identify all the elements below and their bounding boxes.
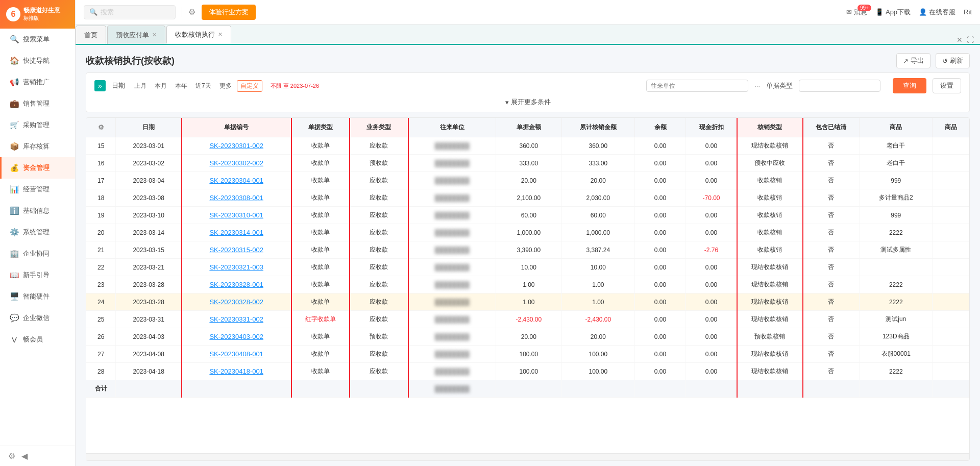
query-button[interactable]: 查询: [893, 78, 926, 93]
tab-writeoff-close[interactable]: ✕: [218, 31, 223, 38]
industry-solution-button[interactable]: 体验行业方案: [202, 5, 256, 20]
table-cell: 123D商品: [860, 328, 933, 346]
sidebar-item-enterprise[interactable]: 🏢 企业协同: [0, 243, 75, 264]
table-cell: 否: [803, 311, 860, 328]
table-cell: 收款核销: [737, 189, 803, 207]
export-button[interactable]: ↗ 导出: [896, 53, 930, 68]
sidebar-item-wechat[interactable]: 💬 企业微信: [0, 307, 75, 329]
topbar-gear-icon[interactable]: ⚙: [188, 7, 195, 17]
table-cell: 0.00: [634, 259, 685, 276]
sidebar-item-member[interactable]: V 畅会员: [0, 329, 75, 350]
bill-link[interactable]: SK-20230403-002: [209, 333, 263, 340]
table-cell[interactable]: SK-20230408-001: [182, 346, 291, 363]
filter-expand-button[interactable]: »: [94, 80, 106, 91]
partner-input[interactable]: [646, 80, 748, 92]
th-cxtype[interactable]: 核销类型: [737, 118, 803, 137]
settings-button[interactable]: 设置: [933, 78, 961, 93]
refresh-button[interactable]: ↺ 刷新: [936, 53, 970, 68]
topbar-message-button[interactable]: ✉ 消息 99+: [846, 8, 867, 17]
table-cell[interactable]: SK-20230403-002: [182, 328, 291, 346]
bill-link[interactable]: SK-20230321-003: [209, 263, 263, 271]
tab-prepay[interactable]: 预收应付单 ✕: [107, 26, 165, 44]
sidebar-item-operation[interactable]: 📊 经营管理: [0, 179, 75, 200]
bill-link[interactable]: SK-20230418-001: [209, 367, 263, 375]
date-custom-button[interactable]: 自定义: [237, 80, 262, 92]
table-cell: 收款核销: [737, 224, 803, 241]
table-cell[interactable]: SK-20230314-001: [182, 224, 291, 241]
table-cell[interactable]: SK-20230321-003: [182, 259, 291, 276]
sidebar-item-finance[interactable]: 💰 资金管理: [0, 157, 75, 179]
date-last-month[interactable]: 上月: [131, 80, 150, 92]
th-goods[interactable]: 商品: [860, 118, 933, 137]
message-icon: ✉: [846, 8, 852, 16]
table-cell[interactable]: SK-20230302-002: [182, 155, 291, 172]
sidebar-settings-button[interactable]: ⚙: [8, 451, 15, 461]
bill-link[interactable]: SK-20230328-002: [209, 298, 263, 306]
bill-link[interactable]: SK-20230310-001: [209, 211, 263, 219]
bill-link[interactable]: SK-20230314-001: [209, 229, 263, 236]
bill-link[interactable]: SK-20230328-001: [209, 281, 263, 288]
table-gear-icon[interactable]: ⚙: [98, 124, 104, 131]
th-partner[interactable]: 往来单位: [408, 118, 496, 137]
sidebar-collapse-button[interactable]: ◀: [21, 451, 28, 461]
date-this-month[interactable]: 本月: [152, 80, 170, 92]
sidebar-item-search[interactable]: 🔍 搜索菜单: [0, 29, 75, 50]
th-incl[interactable]: 包含已结清: [803, 118, 860, 137]
date-7days[interactable]: 近7天: [192, 80, 214, 92]
table-cell: 0.00: [686, 328, 737, 346]
expand-more-button[interactable]: ▾ 展开更多条件: [505, 97, 551, 107]
bill-link[interactable]: SK-20230302-002: [209, 159, 263, 167]
table-cell[interactable]: SK-20230304-001: [182, 172, 291, 189]
sidebar-item-marketing[interactable]: 📢 营销推广: [0, 71, 75, 93]
table-cell[interactable]: SK-20230315-002: [182, 241, 291, 259]
bill-link[interactable]: SK-20230308-001: [209, 194, 263, 202]
sidebar-item-guide[interactable]: 📖 新手引导: [0, 264, 75, 286]
table-scroll-area[interactable]: ⚙ 日期 单据编号 单据类型 业务类型 往来单位 单据金额 累计核销金额 余额 …: [86, 118, 969, 453]
bill-link[interactable]: SK-20230408-001: [209, 350, 263, 358]
topbar-app-button[interactable]: 📱 App下载: [875, 8, 911, 17]
topbar-service-button[interactable]: 👤 在线客服: [919, 8, 955, 17]
table-row: 262023-04-03SK-20230403-002收款单预收款███████…: [86, 328, 969, 346]
table-cell[interactable]: SK-20230328-002: [182, 293, 291, 311]
date-this-year[interactable]: 本年: [172, 80, 190, 92]
table-cell: [933, 311, 969, 328]
tab-writeoff[interactable]: 收款核销执行 ✕: [166, 26, 231, 44]
th-date[interactable]: 日期: [116, 118, 182, 137]
th-biztype[interactable]: 业务类型: [350, 118, 408, 137]
sidebar-item-inventory[interactable]: 📦 库存核算: [0, 136, 75, 157]
logo-text-group: 畅康道好生意 标推版: [23, 7, 60, 22]
table-cell[interactable]: SK-20230310-001: [182, 207, 291, 224]
table-cell: 100.00: [561, 363, 634, 380]
bill-link[interactable]: SK-20230315-002: [209, 246, 263, 254]
bill-link[interactable]: SK-20230331-002: [209, 315, 263, 323]
table-cell[interactable]: SK-20230418-001: [182, 363, 291, 380]
bill-type-select[interactable]: [799, 80, 880, 92]
tab-close-button[interactable]: ✕: [957, 36, 963, 44]
tab-prepay-close[interactable]: ✕: [152, 32, 157, 38]
table-cell[interactable]: SK-20230301-002: [182, 137, 291, 155]
bill-link[interactable]: SK-20230301-002: [209, 142, 263, 150]
th-billno[interactable]: 单据编号: [182, 118, 291, 137]
table-cell[interactable]: SK-20230328-001: [182, 276, 291, 293]
th-thumb[interactable]: 商品: [933, 118, 969, 137]
th-cashdis[interactable]: 现金折扣: [686, 118, 737, 137]
sidebar-item-purchase[interactable]: 🛒 采购管理: [0, 114, 75, 136]
th-balance[interactable]: 余额: [634, 118, 685, 137]
sidebar-item-hardware[interactable]: 🖥️ 智能硬件: [0, 286, 75, 307]
sidebar-item-quicknav[interactable]: 🏠 快捷导航: [0, 50, 75, 71]
sidebar-item-system[interactable]: ⚙️ 系统管理: [0, 222, 75, 243]
topbar-user-button[interactable]: Rit: [964, 8, 972, 16]
bill-link[interactable]: SK-20230304-001: [209, 177, 263, 184]
table-cell: 应收款: [350, 207, 408, 224]
sidebar-item-basic[interactable]: ℹ️ 基础信息: [0, 200, 75, 222]
tab-expand-button[interactable]: ⛶: [967, 36, 974, 44]
topbar-search-box[interactable]: 🔍 搜索: [84, 5, 176, 19]
table-cell[interactable]: SK-20230331-002: [182, 311, 291, 328]
th-amount[interactable]: 单据金额: [496, 118, 561, 137]
tab-home[interactable]: 首页: [76, 26, 106, 44]
th-cumamt[interactable]: 累计核销金额: [561, 118, 634, 137]
sidebar-item-sales[interactable]: 💼 销售管理: [0, 93, 75, 114]
th-billtype[interactable]: 单据类型: [291, 118, 350, 137]
table-cell[interactable]: SK-20230308-001: [182, 189, 291, 207]
date-more[interactable]: 更多: [216, 80, 235, 92]
